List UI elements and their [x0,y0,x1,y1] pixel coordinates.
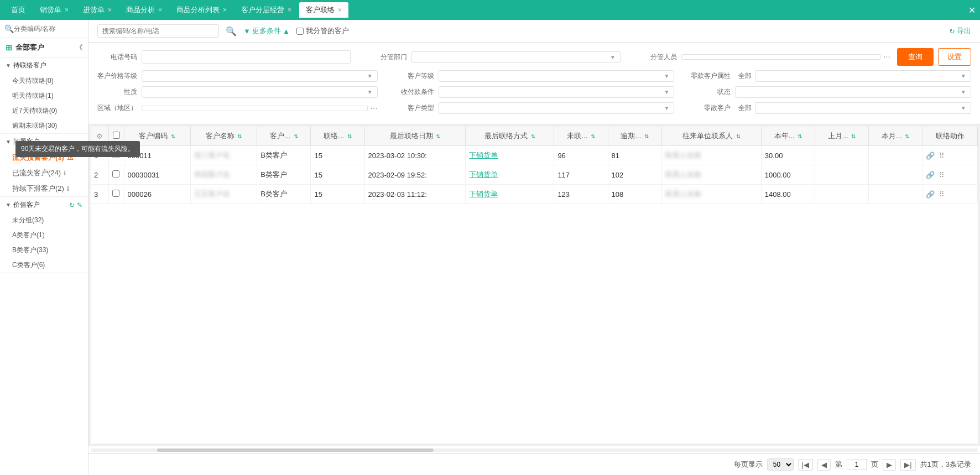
page-label: 第 [835,460,842,469]
row1-this-year: 30.00 [761,146,815,165]
row2-last-method[interactable]: 下销货单 [466,165,554,185]
tab-analysis[interactable]: 商品分析 × [119,2,169,18]
page-number-input[interactable] [847,459,867,470]
dept-select[interactable]: ▼ [411,51,621,63]
sidebar-item-today[interactable]: 今天待联络(0) [0,74,88,88]
sidebar-item-a-class[interactable]: A类客户(1) [0,228,88,243]
row2-this-year: 1000.00 [761,165,815,185]
more-conditions-toggle[interactable]: ▼ 更多条件 ▲ [243,26,290,36]
row1-action-menu[interactable]: ⠿ [939,152,945,160]
scrollbar-track[interactable] [91,448,978,452]
row2-checkbox[interactable] [108,165,124,185]
row2-check[interactable] [112,170,119,178]
sidebar-item-b-class[interactable]: B类客户(33) [0,243,88,258]
tab-home[interactable]: 首页 [4,2,32,18]
tab-analysis-list[interactable]: 商品分析列表 × [170,2,233,18]
status-select[interactable]: ▼ [735,86,971,98]
sort-last-date[interactable]: ⇅ [436,133,440,139]
sort-code[interactable]: ⇅ [171,133,175,139]
customer-level-select[interactable]: ▼ [439,70,675,82]
sidebar-item-tomorrow[interactable]: 明天待联络(1) [0,88,88,103]
refresh-icon[interactable]: ↻ [69,201,75,209]
row3-action-menu[interactable]: ⠿ [939,190,945,199]
phone-input[interactable] [142,50,351,64]
sidebar-item-overdue[interactable]: 逾期未联络(30) [0,118,88,133]
sidebar-item-7days[interactable]: 近7天待联络(0) [0,103,88,118]
tab-customer-contact[interactable]: 客户联络 × [299,2,348,18]
area-select[interactable] [142,106,368,111]
row2-action-menu[interactable]: ⠿ [939,171,945,179]
my-customers-check[interactable] [296,28,304,35]
sort-name[interactable]: ⇅ [237,133,242,139]
payment-select[interactable]: ▼ [439,86,675,98]
close-tab-purchase[interactable]: × [108,6,112,14]
row2-actions[interactable]: 🔗 ⠿ [922,165,978,185]
edit-icon[interactable]: ✎ [77,201,82,209]
filter-row-3: 性质 ▼ 收付款条件 ▼ 状态 ▼ [97,86,971,98]
sidebar-item-c-class[interactable]: C类客户(6) [0,258,88,273]
last-page-button[interactable]: ▶| [900,459,915,471]
sidebar-group-value-header[interactable]: ▼ 价值客户 ↻ ✎ [0,197,88,213]
sidebar-group-pending-header[interactable]: ▼ 待联络客户 [0,58,88,74]
customer-type-select[interactable]: ▼ [439,102,675,114]
nature-select[interactable]: ▼ [142,86,378,98]
sidebar-item-ungroup[interactable]: 未分组(32) [0,213,88,228]
filter-staff: 分管人员 ··· [637,52,890,62]
sidebar-item-declining[interactable]: 持续下滑客户(2) ℹ [0,181,88,196]
settings-button[interactable]: 设置 [938,48,971,66]
sidebar-item-churned[interactable]: 已流失客户(24) ℹ [0,165,88,181]
row3-actions[interactable]: 🔗 ⠿ [922,185,978,204]
next-page-button[interactable]: ▶ [883,459,896,471]
row1-action-link[interactable]: 🔗 [926,152,935,160]
sort-this-year[interactable]: ⇅ [797,133,802,139]
query-button[interactable]: 查询 [897,48,934,66]
first-page-button[interactable]: |◀ [798,459,813,471]
staff-select[interactable] [681,54,881,60]
tab-purchase[interactable]: 进货单 × [76,2,118,18]
horizontal-scrollbar[interactable] [88,446,980,453]
area-ellipsis[interactable]: ··· [370,103,377,113]
row3-action-link[interactable]: 🔗 [926,190,935,199]
zero-customer-select[interactable]: ▼ [755,102,971,114]
sort-contact[interactable]: ⇅ [347,133,352,139]
row2-last-date: 2023-02-09 19:52: [364,165,466,185]
row1-actions[interactable]: 🔗 ⠿ [922,146,978,165]
row1-last-month [815,146,869,165]
sort-unit-contacts[interactable]: ⇅ [736,133,741,139]
collapse-icon[interactable]: 《 [76,43,82,53]
zero-attr-select[interactable]: ▼ [755,70,971,82]
filter-zero-attr: 零款客户属性 全部 ▼ [691,70,971,82]
sort-this-month[interactable]: ⇅ [905,133,909,139]
search-button[interactable]: 🔍 [226,26,237,36]
search-input[interactable] [97,24,219,38]
sort-no-contact[interactable]: ⇅ [591,133,595,139]
sort-type[interactable]: ⇅ [294,133,298,139]
per-page-select[interactable]: 50 [767,458,794,471]
sidebar-search-input[interactable] [14,25,88,33]
close-tab-customer-layer[interactable]: × [288,6,291,14]
row2-code: 00030031 [124,165,190,185]
scrollbar-thumb[interactable] [157,448,434,452]
row3-last-method[interactable]: 下销货单 [466,185,554,204]
tab-sales[interactable]: 销货单 × [33,2,75,18]
tab-customer-layer[interactable]: 客户分层经营 × [234,2,298,18]
sort-last-month[interactable]: ⇅ [851,133,856,139]
select-all-checkbox[interactable] [113,132,120,139]
col-settings-icon[interactable]: ⚙ [96,132,103,140]
close-tab-sales[interactable]: × [65,6,69,14]
price-level-select[interactable]: ▼ [142,70,378,82]
export-button[interactable]: ↻ 导出 [949,26,971,36]
sidebar-all-customers[interactable]: ⊞ 全部客户 《 [0,38,88,58]
sort-last-method[interactable]: ⇅ [531,133,535,139]
close-tab-customer-contact[interactable]: × [338,6,342,14]
close-window-button[interactable]: ✕ [968,5,976,15]
prev-page-button[interactable]: ◀ [817,459,831,471]
row3-check[interactable] [112,190,119,197]
sort-overdue[interactable]: ⇅ [644,133,649,139]
row2-action-link[interactable]: 🔗 [926,171,935,179]
close-tab-analysis-list[interactable]: × [223,6,227,14]
close-tab-analysis[interactable]: × [158,6,162,14]
row1-last-method[interactable]: 下销货单 [466,146,554,165]
row3-checkbox[interactable] [108,185,124,204]
staff-ellipsis[interactable]: ··· [883,52,890,62]
